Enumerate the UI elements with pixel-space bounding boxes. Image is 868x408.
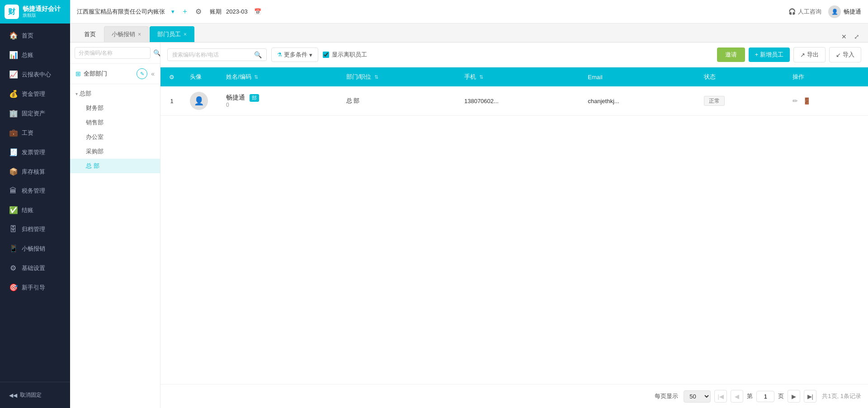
service-button[interactable]: 🎧 人工咨询 bbox=[788, 8, 821, 16]
employee-search-icon[interactable]: 🔍 bbox=[254, 51, 262, 58]
sidebar-item-assets[interactable]: 🏢固定资产 bbox=[0, 104, 70, 123]
dept-edit-button[interactable]: ✎ bbox=[137, 68, 147, 79]
employee-search-input[interactable] bbox=[172, 52, 251, 58]
sidebar-label-tax: 税务管理 bbox=[22, 187, 45, 195]
col-name[interactable]: 姓名/编码 ⇅ bbox=[219, 67, 340, 86]
tab-department[interactable]: 部门员工 × bbox=[150, 26, 194, 42]
sidebar-item-salary[interactable]: 💼工资 bbox=[0, 123, 70, 142]
expense-icon: 📱 bbox=[9, 244, 17, 253]
dept-tree-item[interactable]: 总 部 bbox=[70, 159, 160, 173]
grid-icon: ⊞ bbox=[75, 70, 81, 77]
sidebar-item-home[interactable]: 🏠首页 bbox=[0, 26, 70, 45]
dept-tree-item[interactable]: 办公室 bbox=[70, 130, 160, 144]
inventory-icon: 📦 bbox=[9, 167, 17, 176]
avatar-icon: 👤 bbox=[831, 9, 838, 15]
col-settings[interactable]: ⚙ bbox=[160, 67, 183, 86]
sidebar-label-home: 首页 bbox=[22, 32, 33, 40]
page-suffix: 页 bbox=[778, 392, 784, 400]
row-avatar: 👤 bbox=[183, 86, 219, 116]
sidebar-item-inventory[interactable]: 📦库存核算 bbox=[0, 162, 70, 181]
export-button[interactable]: ↗ 导出 bbox=[793, 47, 826, 62]
dept-collapse-icon[interactable]: « bbox=[151, 70, 155, 77]
dept-search-area: 🔍 bbox=[70, 43, 160, 64]
tab-department-close[interactable]: × bbox=[184, 31, 187, 38]
dept-tree-header: ⊞ 全部部门 ✎ « bbox=[70, 64, 160, 84]
sidebar-bottom: ◀◀ 取消固定 bbox=[0, 382, 70, 408]
tab-close-window-button[interactable]: ✕ bbox=[840, 31, 849, 42]
basic-icon: ⚙ bbox=[9, 264, 17, 272]
page-prev-button[interactable]: ◀ bbox=[731, 390, 743, 403]
show-resigned-checkbox-label[interactable]: 显示离职员工 bbox=[323, 51, 367, 59]
sidebar-item-guide[interactable]: 🎯新手引导 bbox=[0, 278, 70, 297]
dept-tree-item[interactable]: ▾ 总部 bbox=[70, 86, 160, 101]
user-menu[interactable]: 👤 畅捷通 bbox=[828, 5, 861, 18]
sidebar-item-expense[interactable]: 📱小畅报销 bbox=[0, 239, 70, 258]
page-first-button[interactable]: |◀ bbox=[714, 390, 727, 403]
dept-tree-item[interactable]: 销售部 bbox=[70, 115, 160, 130]
invite-button[interactable]: 邀请 bbox=[717, 47, 745, 62]
topbar: 江西服宝精品有限责任公司内账张 ▾ ＋ ⚙ 账期 2023-03 📅 🎧 人工咨… bbox=[70, 0, 868, 24]
dept-search-icon[interactable]: 🔍 bbox=[153, 49, 160, 57]
col-phone[interactable]: 手机 ⇅ bbox=[458, 67, 581, 86]
sidebar-item-tax[interactable]: 🏛税务管理 bbox=[0, 181, 70, 200]
show-resigned-checkbox[interactable] bbox=[323, 52, 329, 58]
page-label: 第 bbox=[747, 392, 753, 400]
page-number-input[interactable] bbox=[756, 391, 774, 402]
topbar-right: 🎧 人工咨询 👤 畅捷通 bbox=[788, 5, 861, 18]
user-avatar: 👤 bbox=[828, 5, 841, 18]
filter-icon: ⚗ bbox=[277, 52, 282, 58]
per-page-select[interactable]: 50 100 bbox=[684, 390, 711, 403]
sidebar-item-basic[interactable]: ⚙基础设置 bbox=[0, 258, 70, 278]
filter-label: 更多条件 bbox=[284, 51, 307, 59]
sidebar-item-invoice[interactable]: 🧾发票管理 bbox=[0, 142, 70, 162]
main-content: 江西服宝精品有限责任公司内账张 ▾ ＋ ⚙ 账期 2023-03 📅 🎧 人工咨… bbox=[70, 0, 868, 408]
cloud-report-icon: 📈 bbox=[9, 70, 17, 79]
nav-list: 🏠首页📊总账📈云报表中心💰资金管理🏢固定资产💼工资🧾发票管理📦库存核算🏛税务管理… bbox=[0, 24, 70, 382]
sidebar-item-ledger[interactable]: 📊总账 bbox=[0, 45, 70, 65]
topbar-settings-icon[interactable]: ⚙ bbox=[195, 7, 202, 16]
calendar-icon[interactable]: 📅 bbox=[254, 8, 261, 15]
tab-xiaochang[interactable]: 小畅报销 × bbox=[104, 26, 149, 42]
tab-maximize-button[interactable]: ⤢ bbox=[852, 31, 861, 42]
sidebar-label-cloud-report: 云报表中心 bbox=[22, 71, 51, 79]
page-next-button[interactable]: ▶ bbox=[788, 390, 800, 403]
sidebar-label-expense: 小畅报销 bbox=[22, 245, 45, 253]
dept-search-input[interactable] bbox=[75, 47, 151, 59]
col-dept[interactable]: 部门/职位 ⇅ bbox=[340, 67, 458, 86]
dept-tree-item[interactable]: 采购部 bbox=[70, 144, 160, 159]
dept-tree-item[interactable]: 财务部 bbox=[70, 101, 160, 115]
sidebar-label-basic: 基础设置 bbox=[22, 264, 45, 272]
tab-xiaochang-close[interactable]: × bbox=[138, 31, 141, 38]
row-dept: 总 部 bbox=[340, 86, 458, 116]
import-icon: ↙ bbox=[836, 52, 841, 58]
sidebar-item-cloud-report[interactable]: 📈云报表中心 bbox=[0, 65, 70, 84]
company-dropdown-icon[interactable]: ▾ bbox=[171, 8, 175, 15]
topbar-add-icon[interactable]: ＋ bbox=[179, 7, 191, 16]
all-dept-label: ⊞ 全部部门 bbox=[75, 70, 133, 78]
import-button[interactable]: ↙ 导入 bbox=[829, 47, 861, 62]
add-employee-button[interactable]: + 新增员工 bbox=[749, 47, 790, 62]
avatar: 👤 bbox=[190, 92, 208, 110]
page-last-button[interactable]: ▶| bbox=[804, 390, 816, 403]
col-actions: 操作 bbox=[786, 67, 868, 86]
tab-xiaochang-label: 小畅报销 bbox=[112, 30, 135, 38]
sidebar-item-fund[interactable]: 💰资金管理 bbox=[0, 84, 70, 104]
sidebar-item-archive[interactable]: 🗄归档管理 bbox=[0, 220, 70, 239]
per-page-label: 每页显示 bbox=[655, 392, 678, 400]
employee-code: 0 bbox=[226, 102, 333, 108]
sidebar-label-salary: 工资 bbox=[22, 129, 33, 137]
filter-button[interactable]: ⚗ 更多条件 ▾ bbox=[271, 47, 318, 62]
tabs-right-actions: ✕ ⤢ bbox=[840, 31, 861, 42]
dept-badge: 部 bbox=[250, 94, 259, 102]
employee-search-box: 🔍 bbox=[167, 48, 267, 61]
tab-home[interactable]: 首页 bbox=[77, 27, 103, 42]
delete-button[interactable]: 🚪 bbox=[803, 97, 811, 104]
row-index: 1 bbox=[160, 86, 183, 116]
col-avatar: 头像 bbox=[183, 67, 219, 86]
employee-table: ⚙ 头像 姓名/编码 ⇅ 部门/职位 ⇅ 手机 ⇅ Email 状态 操作 1 bbox=[160, 67, 868, 116]
cancel-fixed-button[interactable]: ◀◀ 取消固定 bbox=[0, 387, 70, 403]
employee-table-container: ⚙ 头像 姓名/编码 ⇅ 部门/职位 ⇅ 手机 ⇅ Email 状态 操作 1 bbox=[160, 67, 868, 384]
edit-button[interactable]: ✏ bbox=[793, 97, 798, 104]
sidebar-item-close[interactable]: ✅结账 bbox=[0, 200, 70, 220]
employee-name: 畅捷通 bbox=[226, 94, 245, 102]
